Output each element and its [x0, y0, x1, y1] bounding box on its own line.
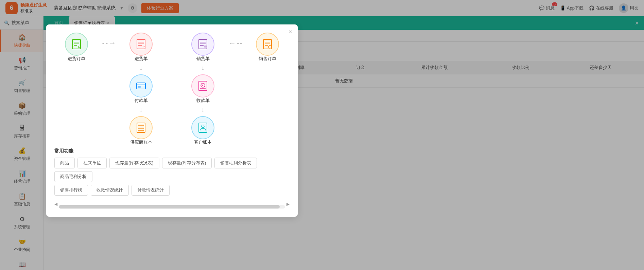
arrow-down-receipt: ↓ [181, 106, 225, 113]
sales-bill-label: 销货单 [196, 56, 210, 62]
supplier-ledger-label: 供应商账本 [130, 139, 152, 145]
flow-node-purchase-bill[interactable]: ✓ 进货单 [119, 33, 163, 62]
flow-node-payment[interactable]: 付款单 [119, 74, 163, 104]
svg-rect-21 [138, 86, 141, 88]
svg-rect-19 [137, 83, 145, 89]
arrow-sales-order-to-bill: ← - - [225, 39, 245, 56]
common-func-title: 常用功能 [54, 148, 290, 154]
arrow-purchase-order-to-bill: - - → [99, 39, 119, 56]
flow-node-sales-order[interactable]: 销售订单 [245, 33, 290, 62]
scroll-left-arrow[interactable]: ◀ [54, 202, 57, 206]
svg-rect-13 [204, 46, 207, 48]
flow-row-arrows-2: ↓ ↓ [54, 106, 290, 113]
flow-node-supplier-ledger[interactable]: 供应商账本 [119, 116, 163, 145]
arrow-down-sales: ↓ [181, 65, 225, 72]
receipt-label: 收款单 [196, 97, 210, 104]
payment-circle[interactable] [129, 74, 153, 97]
flow-node-customer-ledger[interactable]: 客户账本 [181, 116, 225, 145]
customer-ledger-circle[interactable] [191, 116, 214, 139]
svg-rect-14 [263, 39, 272, 49]
flow-node-sales-bill[interactable]: 销货单 [181, 33, 225, 62]
func-btn-sales-rank[interactable]: 销售排行榜 [54, 185, 88, 196]
modal-scrollbar-area: ◀ ▶ [54, 200, 290, 209]
modal-scroll-thumb [59, 205, 280, 209]
purchase-bill-circle[interactable]: ✓ [129, 33, 153, 56]
func-buttons-row-1: 商品 往来单位 现存量(库存状况表) 现存量(库存分布表) 销售毛利分析表 商品… [54, 158, 290, 182]
flow-row-2: 付款单 ¥ 收款单 [54, 74, 290, 104]
receipt-circle[interactable]: ¥ [191, 74, 214, 97]
purchase-bill-label: 进货单 [135, 56, 148, 62]
arrow-down-payment: ↓ [119, 106, 163, 113]
arrow-down-purchase: ↓ [119, 65, 163, 72]
quick-nav-modal: × 进货订单 - - → ✓ 进货单 [46, 24, 298, 217]
scroll-right-arrow[interactable]: ▶ [286, 202, 290, 206]
svg-point-32 [202, 125, 204, 128]
customer-ledger-label: 客户账本 [194, 139, 212, 145]
svg-text:✓: ✓ [143, 44, 146, 48]
svg-text:¥: ¥ [201, 84, 204, 87]
flow-row-1: 进货订单 - - → ✓ 进货单 销货单 [54, 33, 290, 62]
svg-rect-26 [137, 123, 145, 132]
sales-order-label: 销售订单 [259, 56, 276, 62]
func-buttons-row-2: 销售排行榜 收款情况统计 付款情况统计 [54, 185, 290, 196]
common-functions: 常用功能 商品 往来单位 现存量(库存状况表) 现存量(库存分布表) 销售毛利分… [54, 148, 290, 196]
func-btn-goods-profit[interactable]: 商品毛利分析 [54, 171, 92, 182]
flow-node-purchase-order[interactable]: 进货订单 [54, 33, 99, 62]
func-btn-payment-stats[interactable]: 付款情况统计 [132, 185, 170, 196]
func-btn-receipt-stats[interactable]: 收款情况统计 [91, 185, 129, 196]
func-btn-stock-dist[interactable]: 现存量(库存分布表) [162, 158, 212, 168]
svg-point-18 [268, 46, 271, 48]
func-btn-stock-status[interactable]: 现存量(库存状况表) [109, 158, 159, 168]
flow-row-3: 供应商账本 客户账本 [54, 116, 290, 145]
func-btn-sales-profit[interactable]: 销售毛利分析表 [214, 158, 257, 168]
payment-label: 付款单 [135, 97, 148, 104]
func-btn-goods[interactable]: 商品 [54, 158, 75, 168]
flow-chart: 进货订单 - - → ✓ 进货单 销货单 [54, 33, 290, 145]
sales-order-circle[interactable] [256, 33, 279, 56]
flow-node-receipt[interactable]: ¥ 收款单 [181, 74, 225, 104]
flow-row-arrows: ↓ ↓ [54, 65, 290, 72]
sales-bill-circle[interactable] [191, 33, 214, 56]
func-btn-contacts[interactable]: 往来单位 [77, 158, 107, 168]
modal-close-button[interactable]: × [289, 29, 292, 36]
purchase-order-label: 进货订单 [68, 56, 85, 62]
supplier-ledger-circle[interactable] [129, 116, 153, 139]
modal-scrollbar[interactable] [59, 205, 285, 209]
purchase-order-circle[interactable] [65, 33, 88, 56]
